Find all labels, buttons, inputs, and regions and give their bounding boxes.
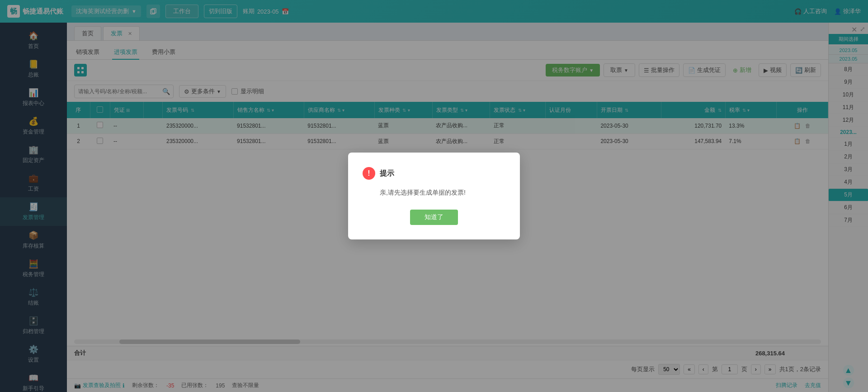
modal-footer: 知道了 <box>363 210 505 225</box>
modal-title: 提示 <box>380 169 394 178</box>
modal-overlay: ! 提示 亲,请先选择要生成单据的发票! 知道了 <box>0 0 868 392</box>
modal-title-row: ! 提示 <box>363 167 505 180</box>
modal-box: ! 提示 亲,请先选择要生成单据的发票! 知道了 <box>348 153 520 239</box>
warning-icon: ! <box>363 167 375 180</box>
modal-confirm-button[interactable]: 知道了 <box>410 210 458 225</box>
modal-message: 亲,请先选择要生成单据的发票! <box>380 189 505 197</box>
